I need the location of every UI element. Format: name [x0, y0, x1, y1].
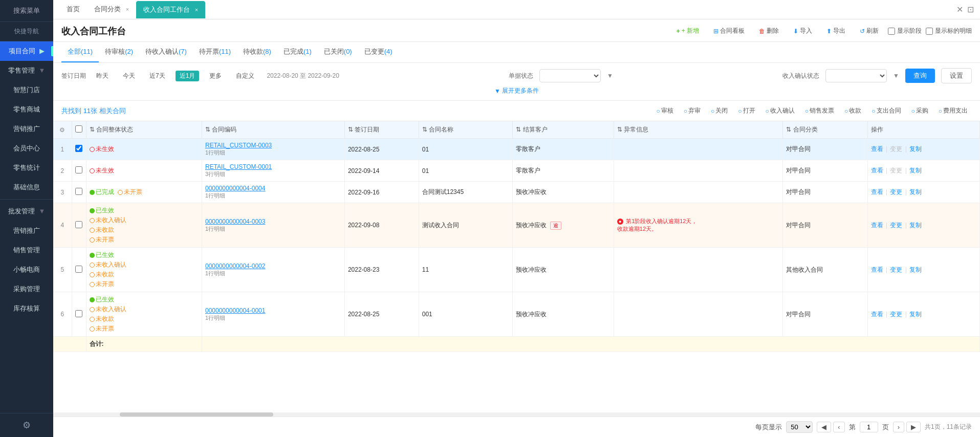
- contract-view-button[interactable]: ⊞ 合同看板: [708, 25, 750, 37]
- next-page-btn[interactable]: ›: [893, 422, 904, 432]
- add-button[interactable]: + + 新增: [671, 25, 704, 37]
- date-more[interactable]: 更多: [205, 71, 226, 81]
- contract-link[interactable]: RETAIL_CUSTOM-0003: [205, 142, 272, 149]
- sidebar-item-purchase[interactable]: 采购管理: [0, 279, 53, 299]
- date-today[interactable]: 今天: [119, 71, 139, 81]
- date-yesterday[interactable]: 昨天: [92, 71, 113, 81]
- copy-action[interactable]: 复制: [909, 188, 922, 195]
- view-action[interactable]: 查看: [871, 266, 883, 273]
- copy-action[interactable]: 复制: [909, 167, 922, 174]
- row-checkbox-cell[interactable]: [72, 160, 86, 182]
- abandon-btn[interactable]: ○ 弃审: [680, 105, 705, 117]
- contract-link[interactable]: 0000000000004-0001: [205, 307, 265, 314]
- copy-action[interactable]: 复制: [909, 145, 922, 152]
- select-all-checkbox[interactable]: [75, 125, 82, 133]
- sidebar-item-marketing2[interactable]: 营销推广: [0, 221, 53, 241]
- view-action[interactable]: 查看: [871, 145, 883, 152]
- tab-close-contract-category[interactable]: ×: [126, 6, 129, 12]
- filter-tab-pending-audit[interactable]: 待审核(2): [99, 42, 139, 62]
- window-close-icon[interactable]: ✕: [956, 5, 963, 14]
- open-btn[interactable]: ○ 打开: [734, 105, 759, 117]
- view-action[interactable]: 查看: [871, 222, 883, 229]
- tab-contract-category[interactable]: 合同分类 ×: [87, 1, 136, 19]
- row-checkbox[interactable]: [75, 310, 82, 317]
- delete-button[interactable]: 🗑 删除: [754, 25, 784, 37]
- output-contract-btn[interactable]: ○ 支出合同: [867, 105, 905, 117]
- change-action[interactable]: 变更: [890, 188, 902, 195]
- row-checkbox[interactable]: [75, 145, 82, 152]
- filter-tab-pending-confirm[interactable]: 待收入确认(7): [139, 42, 193, 62]
- window-maximize-icon[interactable]: ⊡: [967, 5, 974, 14]
- row-checkbox-cell[interactable]: [72, 292, 86, 337]
- last-page-btn[interactable]: ▶: [906, 422, 921, 432]
- settings-icon[interactable]: ⚙: [0, 413, 53, 437]
- change-action[interactable]: 变更: [890, 266, 902, 273]
- row-checkbox[interactable]: [75, 221, 82, 228]
- sidebar-item-retail-ecom[interactable]: 零售商城: [0, 100, 53, 119]
- sales-invoice-btn[interactable]: ○ 销售发票: [801, 105, 838, 117]
- show-fields-checkbox[interactable]: 显示阶段: [888, 27, 922, 35]
- status-select[interactable]: [539, 69, 601, 82]
- filter-tab-completed[interactable]: 已完成(1): [277, 42, 318, 62]
- filter-tab-pending-invoice[interactable]: 待开票(11): [193, 42, 237, 62]
- sidebar-item-project[interactable]: 项目合同 ▶: [0, 41, 53, 61]
- sidebar-item-retail-mgmt[interactable]: 零售管理 ▼: [0, 61, 53, 80]
- filter-tab-all[interactable]: 全部(11): [61, 42, 99, 62]
- sidebar-item-marketing[interactable]: 营销推广: [0, 119, 53, 139]
- row-checkbox-cell[interactable]: [72, 203, 86, 248]
- view-action[interactable]: 查看: [871, 188, 883, 195]
- first-page-btn[interactable]: ◀: [817, 422, 831, 432]
- row-checkbox-cell[interactable]: [72, 182, 86, 203]
- row-checkbox-cell[interactable]: [72, 139, 86, 160]
- refresh-button[interactable]: ↺ 刷新: [855, 25, 884, 37]
- contract-link[interactable]: 0000000000004-0004: [205, 185, 265, 192]
- audit-btn[interactable]: ○ 审核: [652, 105, 678, 117]
- sidebar-search[interactable]: 搜索菜单: [0, 0, 53, 22]
- expense-output-btn[interactable]: ○ 费用支出: [934, 105, 972, 117]
- income-confirm-btn[interactable]: ○ 收入确认: [761, 105, 799, 117]
- row-checkbox[interactable]: [75, 166, 82, 173]
- sidebar-item-member[interactable]: 会员中心: [0, 139, 53, 158]
- show-fields-input[interactable]: [888, 28, 895, 35]
- payment-btn[interactable]: ○ 收款: [840, 105, 865, 117]
- query-button[interactable]: 查询: [905, 69, 935, 83]
- sidebar-item-smart-store[interactable]: 智慧门店: [0, 80, 53, 100]
- th-checkbox[interactable]: [72, 121, 86, 139]
- scrollbar-thumb[interactable]: [120, 412, 273, 417]
- page-input[interactable]: [860, 422, 878, 432]
- contract-link[interactable]: 0000000000004-0002: [205, 263, 265, 270]
- change-action[interactable]: 变更: [890, 311, 902, 318]
- copy-action[interactable]: 复制: [909, 311, 922, 318]
- sidebar-item-retail-stat[interactable]: 零售统计: [0, 158, 53, 178]
- sidebar-quick-nav[interactable]: 快捷导航: [0, 22, 53, 41]
- import-button[interactable]: ⬇ 导入: [788, 25, 817, 37]
- tab-income-workbench[interactable]: 收入合同工作台 ×: [136, 1, 205, 18]
- sidebar-item-inventory[interactable]: 库存核算: [0, 299, 53, 318]
- filter-tab-pending-payment[interactable]: 待收款(8): [237, 42, 277, 62]
- view-action[interactable]: 查看: [871, 311, 883, 318]
- contract-link[interactable]: 0000000000004-0003: [205, 218, 265, 225]
- copy-action[interactable]: 复制: [909, 222, 922, 229]
- change-action[interactable]: 变更: [890, 222, 902, 229]
- sidebar-item-xiaochang[interactable]: 小畅电商: [0, 260, 53, 279]
- date-custom[interactable]: 自定义: [232, 71, 258, 81]
- sidebar-item-basic-info[interactable]: 基础信息: [0, 178, 53, 197]
- tab-close-income-workbench[interactable]: ×: [195, 7, 198, 13]
- view-action[interactable]: 查看: [871, 167, 883, 174]
- sidebar-item-sales-mgmt[interactable]: 销售管理: [0, 241, 53, 260]
- purchase-tbl-btn[interactable]: ○ 采购: [907, 105, 932, 117]
- th-settings[interactable]: ⚙: [53, 121, 72, 139]
- prev-page-btn[interactable]: ‹: [833, 422, 844, 432]
- setting-button[interactable]: 设置: [941, 68, 972, 83]
- sidebar-item-wholesale[interactable]: 批发管理 ▼: [0, 202, 53, 221]
- row-checkbox[interactable]: [75, 188, 82, 195]
- confirm-select[interactable]: [825, 69, 887, 82]
- row-checkbox-cell[interactable]: [72, 248, 86, 292]
- tab-home[interactable]: 首页: [59, 1, 87, 19]
- contract-link[interactable]: RETAIL_CUSTOM-0001: [205, 163, 272, 170]
- expand-conditions-btn[interactable]: ▼ 展开更多条件: [494, 86, 539, 95]
- close-btn[interactable]: ○ 关闭: [707, 105, 732, 117]
- export-button[interactable]: ⬆ 导出: [821, 25, 851, 37]
- date-7days[interactable]: 近7天: [145, 71, 169, 81]
- page-size-select[interactable]: 50 10 20 100: [786, 421, 813, 433]
